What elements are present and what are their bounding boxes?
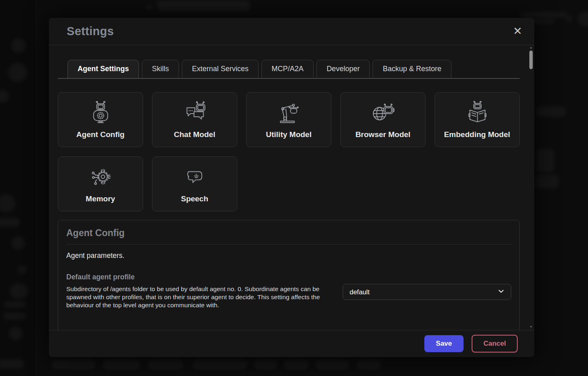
agent-config-section: Agent Config Agent parameters. Default a… <box>58 220 520 330</box>
card-label: Chat Model <box>174 130 215 139</box>
chevron-down-icon <box>498 288 504 296</box>
dimmed-sidebar-icon <box>18 265 27 274</box>
dimmed-bottom-chip <box>284 360 309 370</box>
card-agent-config[interactable]: Agent Config <box>58 92 143 147</box>
section-title: Agent Config <box>66 228 511 245</box>
chat-model-icon <box>182 101 207 127</box>
utility-model-icon <box>276 101 301 127</box>
dimmed-top-message <box>157 3 251 11</box>
card-label: Agent Config <box>76 130 124 139</box>
dimmed-bottom-chip <box>103 360 140 370</box>
dimmed-bottom-chip <box>315 360 349 370</box>
card-utility-model[interactable]: Utility Model <box>246 92 331 147</box>
memory-icon <box>88 165 113 191</box>
settings-tabs: Agent Settings Skills External Services … <box>58 60 520 79</box>
card-speech[interactable]: Speech <box>152 156 237 211</box>
dimmed-bottom-chip <box>148 360 183 370</box>
section-description: Agent parameters. <box>66 251 511 260</box>
scrollbar-thumb[interactable] <box>529 51 533 69</box>
dimmed-sidebar-icon <box>9 327 23 340</box>
tab-developer[interactable]: Developer <box>316 60 370 78</box>
tab-skills[interactable]: Skills <box>142 60 179 78</box>
dimmed-bottom-chip <box>192 360 247 370</box>
dimmed-avatar <box>578 11 588 27</box>
dimmed-header-text <box>520 12 567 17</box>
modal-title: Settings <box>67 25 114 38</box>
field-text: Default agent profile Subdirectory of /a… <box>66 273 328 309</box>
dimmed-sidebar-icon <box>11 236 25 250</box>
dimmed-sidebar-icon <box>11 38 26 53</box>
card-browser-model[interactable]: Browser Model <box>340 92 426 147</box>
field-control: default <box>328 273 511 309</box>
card-memory[interactable]: Memory <box>58 156 143 211</box>
scrollbar-up-arrow[interactable]: ▲ <box>529 46 533 50</box>
dimmed-bottom-chip <box>254 360 277 370</box>
close-icon[interactable]: ✕ <box>513 26 522 37</box>
dimmed-sidebar-item <box>0 218 20 226</box>
card-label: Utility Model <box>266 130 312 139</box>
dimmed-right-panel <box>535 175 559 188</box>
field-default-agent-profile: Default agent profile Subdirectory of /a… <box>66 273 511 309</box>
dimmed-sidebar-item <box>0 359 24 369</box>
dimmed-right-panel <box>537 149 554 172</box>
speech-icon <box>182 165 207 191</box>
dimmed-header-dot <box>566 15 572 22</box>
dimmed-bottom-chip <box>356 360 381 370</box>
settings-modal: Settings ✕ Agent Settings Skills Externa… <box>49 18 534 357</box>
modal-content: Agent Settings Skills External Services … <box>49 46 528 330</box>
tab-external-services[interactable]: External Services <box>182 60 259 78</box>
dimmed-top-icon <box>146 4 153 11</box>
tab-backup-restore[interactable]: Backup & Restore <box>373 60 451 78</box>
card-label: Embedding Model <box>444 130 510 139</box>
card-label: Browser Model <box>355 130 410 139</box>
card-label: Memory <box>86 194 115 203</box>
dimmed-sidebar-icon <box>8 63 27 82</box>
cancel-button[interactable]: Cancel <box>472 335 518 353</box>
agent-config-icon <box>88 101 113 127</box>
embedding-model-icon <box>465 101 490 127</box>
dimmed-sidebar-icon <box>10 283 28 299</box>
browser-model-icon <box>371 101 396 127</box>
modal-header: Settings ✕ <box>49 18 534 45</box>
dimmed-sidebar-item <box>3 313 26 320</box>
field-label: Default agent profile <box>66 273 328 281</box>
dimmed-bottom-chip <box>52 360 95 370</box>
tab-mcp-a2a[interactable]: MCP/A2A <box>261 60 314 78</box>
save-button[interactable]: Save <box>424 335 464 352</box>
card-label: Speech <box>181 194 209 203</box>
modal-scrollbar[interactable]: ▲ ▼ <box>529 46 533 330</box>
default-agent-profile-select[interactable]: default <box>343 284 511 300</box>
modal-footer: Save Cancel <box>49 330 534 357</box>
select-value: default <box>350 288 370 296</box>
settings-cards-grid: Agent Config Chat Model <box>58 92 520 211</box>
scrollbar-down-arrow[interactable]: ▼ <box>529 325 533 329</box>
card-chat-model[interactable]: Chat Model <box>152 92 237 147</box>
dimmed-sidebar-item <box>4 301 26 308</box>
tab-agent-settings[interactable]: Agent Settings <box>67 60 139 78</box>
card-embedding-model[interactable]: Embedding Model <box>434 92 520 147</box>
field-description: Subdirectory of /agents folder to be use… <box>66 285 328 309</box>
dimmed-right-badge <box>535 106 566 117</box>
